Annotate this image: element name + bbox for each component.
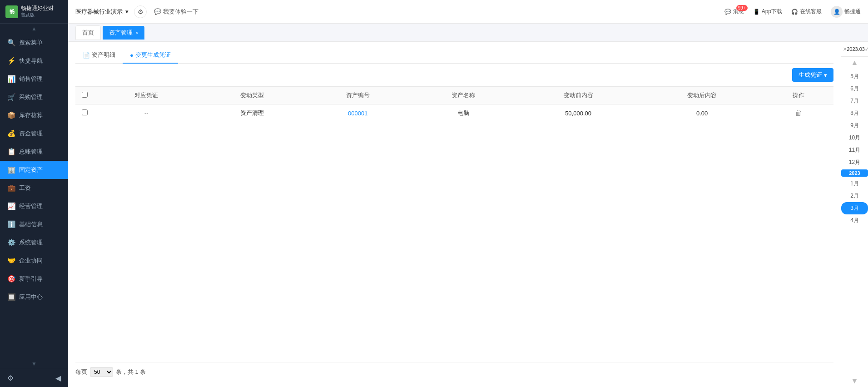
timeline-month-1[interactable]: 1月 <box>841 178 868 190</box>
timeline-month-11[interactable]: 11月 <box>841 144 868 156</box>
row-checkbox[interactable] <box>82 109 88 115</box>
select-all-checkbox[interactable] <box>82 92 88 98</box>
per-page-label: 每页 <box>75 368 87 376</box>
ledger-icon: 📋 <box>7 148 15 156</box>
tab-close-icon[interactable]: × <box>135 30 138 35</box>
funds-icon: 💰 <box>7 129 15 138</box>
timeline-month-9[interactable]: 9月 <box>841 119 868 132</box>
sub-tab-change-voucher[interactable]: ● 变更生成凭证 <box>123 47 178 64</box>
sidebar-item-enterprise[interactable]: 🤝 企业协同 <box>0 252 68 270</box>
timeline-month-8[interactable]: 8月 <box>841 107 868 119</box>
sidebar-item-system[interactable]: ⚙️ 系统管理 <box>0 233 68 252</box>
collapse-sidebar-icon[interactable]: ◀ <box>55 374 61 382</box>
sidebar-scroll-down[interactable]: ▼ <box>31 361 37 367</box>
sidebar-item-app-center[interactable]: 🔲 应用中心 <box>0 288 68 306</box>
search-icon: 🔍 <box>7 39 15 47</box>
app-download-button[interactable]: 📱 App下载 <box>753 8 782 15</box>
sidebar-item-payroll[interactable]: 💼 工资 <box>0 179 68 197</box>
per-page-select[interactable]: 50 10 20 100 <box>90 367 113 377</box>
sidebar-scroll-up[interactable]: ▲ <box>31 25 37 32</box>
timeline-month-4[interactable]: 4月 <box>841 214 868 227</box>
sidebar-item-sales[interactable]: 📊 销售管理 <box>0 70 68 88</box>
settings-bottom-icon[interactable]: ⚙ <box>7 374 14 382</box>
ops-icon: 📈 <box>7 202 15 210</box>
messages-icon: 💬 <box>724 9 731 15</box>
sidebar-item-label: 采购管理 <box>19 93 43 101</box>
timeline-close-icon[interactable]: × <box>843 45 847 53</box>
quick-nav-icon: ⚡ <box>7 57 15 65</box>
row-change-type: 资产清理 <box>199 104 305 122</box>
generate-voucher-button[interactable]: 生成凭证 ▾ <box>792 68 833 82</box>
change-voucher-tab-icon: ● <box>130 52 134 59</box>
timeline-month-7[interactable]: 7月 <box>841 95 868 107</box>
sidebar-item-label: 搜索菜单 <box>19 39 43 47</box>
logo-sub: 普及版 <box>21 12 54 18</box>
messages-badge: 99+ <box>736 5 748 11</box>
timeline-expand-icon[interactable]: ⤢ <box>865 46 868 52</box>
timeline-header: × 2023.03 ⤢ <box>841 42 868 57</box>
sidebar-item-label: 快捷导航 <box>19 57 43 65</box>
system-icon: ⚙️ <box>7 238 15 247</box>
col-header-asset-code: 资产编号 <box>305 87 411 104</box>
customer-service-button[interactable]: 🎧 在线客服 <box>791 8 822 15</box>
sidebar-item-ledger[interactable]: 📋 总账管理 <box>0 143 68 161</box>
sidebar-logo: 畅 畅捷通好业财 普及版 <box>0 0 68 24</box>
company-name: 医疗器械行业演示 <box>75 8 123 16</box>
col-header-asset-name: 资产名称 <box>411 87 516 104</box>
sidebar-item-fixed-assets[interactable]: 🏢 固定资产 <box>0 161 68 179</box>
asset-list-tab-icon: 📄 <box>83 52 90 59</box>
sidebar-item-label: 经营管理 <box>19 202 43 210</box>
payroll-icon: 💼 <box>7 184 15 192</box>
tab-asset-management[interactable]: 资产管理 × <box>103 26 144 40</box>
table-toolbar: 生成凭证 ▾ <box>75 64 833 86</box>
table-container: 对应凭证 变动类型 资产编号 资产名称 变动前内容 变动后内容 操作 <box>75 86 833 362</box>
sidebar-item-quick-nav[interactable]: ⚡ 快捷导航 <box>0 52 68 70</box>
sidebar-bottom: ⚙ ◀ <box>0 369 68 387</box>
sub-tab-asset-list[interactable]: 📄 资产明细 <box>75 47 123 64</box>
messages-button[interactable]: 💬 消息 99+ <box>724 8 744 15</box>
timeline-month-3[interactable]: 3月 <box>841 202 868 214</box>
guide-icon: 🎯 <box>7 275 15 283</box>
content-area: 📄 资产明细 ● 变更生成凭证 生成凭证 ▾ <box>68 42 868 387</box>
tabs-bar: 首页 资产管理 × <box>68 24 868 42</box>
timeline-month-5[interactable]: 5月 <box>841 70 868 83</box>
timeline-title: 2023.03 <box>847 46 865 52</box>
sidebar-item-base-info[interactable]: ℹ️ 基础信息 <box>0 215 68 233</box>
sidebar-item-purchase[interactable]: 🛒 采购管理 <box>0 88 68 106</box>
sidebar: 畅 畅捷通好业财 普及版 ▲ 🔍 搜索菜单 ⚡ 快捷导航 📊 销售管理 🛒 采购… <box>0 0 68 387</box>
user-profile-button[interactable]: 👤 畅捷通 <box>831 6 861 18</box>
generate-dropdown-arrow-icon: ▾ <box>824 72 827 79</box>
col-header-voucher: 对应凭证 <box>94 87 199 104</box>
tab-home[interactable]: 首页 <box>75 25 101 40</box>
timeline-scroll: 5月 6月 7月 8月 9月 10月 11月 12月 2023 1月 2月 3月… <box>841 69 868 375</box>
header-settings-icon[interactable]: ⚙ <box>134 5 147 18</box>
sidebar-item-guide[interactable]: 🎯 新手引导 <box>0 270 68 288</box>
logo-text: 畅捷通好业财 <box>21 5 54 12</box>
sidebar-item-search[interactable]: 🔍 搜索菜单 <box>0 34 68 52</box>
timeline-month-6[interactable]: 6月 <box>841 83 868 95</box>
tab-asset-label: 资产管理 <box>109 29 133 37</box>
sidebar-item-label: 销售管理 <box>19 75 43 83</box>
row-asset-name: 电脑 <box>411 104 516 122</box>
sidebar-item-ops[interactable]: 📈 经营管理 <box>0 197 68 215</box>
delete-row-icon[interactable]: 🗑 <box>795 109 802 117</box>
tab-home-label: 首页 <box>82 29 94 37</box>
timeline-nav-up[interactable]: ▲ <box>849 57 860 69</box>
row-voucher: -- <box>94 104 199 122</box>
timeline-nav-down[interactable]: ▼ <box>849 375 860 387</box>
dropdown-arrow-icon: ▾ <box>125 8 129 15</box>
pagination-bar: 每页 50 10 20 100 条，共 1 条 <box>75 362 833 382</box>
timeline-month-12[interactable]: 12月 <box>841 156 868 169</box>
sidebar-item-label: 固定资产 <box>19 166 43 174</box>
row-asset-code: 000001 <box>305 104 411 122</box>
timeline-month-2[interactable]: 2月 <box>841 190 868 202</box>
company-selector[interactable]: 医疗器械行业演示 ▾ <box>75 8 129 16</box>
sub-tab-asset-list-label: 资产明细 <box>92 51 115 59</box>
logo-icon: 畅 <box>5 5 18 18</box>
timeline-month-10[interactable]: 10月 <box>841 132 868 144</box>
sub-tab-change-voucher-label: 变更生成凭证 <box>135 51 171 59</box>
sidebar-item-inventory[interactable]: 📦 库存核算 <box>0 106 68 124</box>
experience-button[interactable]: 💬 我要体验一下 <box>154 8 198 16</box>
sidebar-item-funds[interactable]: 💰 资金管理 <box>0 124 68 143</box>
col-header-after-content: 变动后内容 <box>640 87 764 104</box>
